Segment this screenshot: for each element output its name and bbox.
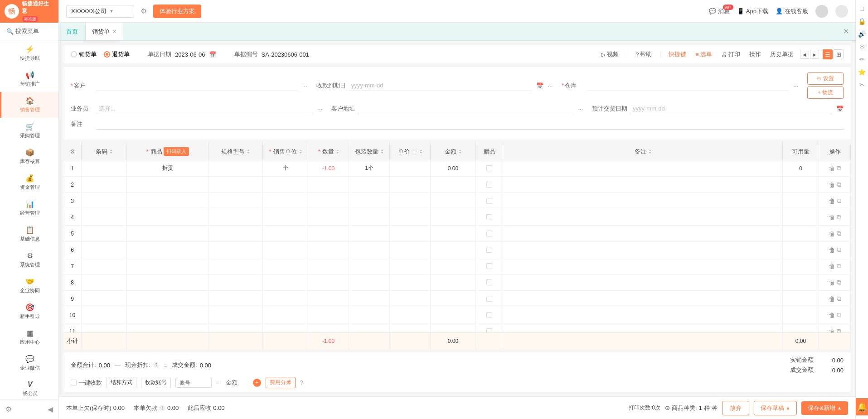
- tab-sales-order[interactable]: 销货单 ✕: [86, 23, 123, 40]
- td-amount[interactable]: [431, 307, 476, 323]
- warehouse-input[interactable]: 建材仓: [587, 80, 789, 91]
- td-remark[interactable]: [503, 258, 783, 274]
- customer-addr-input[interactable]: [358, 103, 573, 114]
- help-btn[interactable]: ? 帮助: [633, 49, 655, 60]
- td-amount[interactable]: [431, 242, 476, 258]
- td-remark[interactable]: [503, 275, 783, 290]
- sidebar-item-quick-nav[interactable]: ⚡ 快捷导航: [0, 40, 58, 66]
- td-price[interactable]: [390, 258, 431, 274]
- print-btn[interactable]: 🖨 打印: [718, 49, 743, 60]
- gift-checkbox[interactable]: [486, 279, 492, 285]
- td-unit[interactable]: [263, 177, 308, 193]
- sidebar-item-finance[interactable]: 💰 资金管理: [0, 169, 58, 195]
- delete-row-btn[interactable]: 🗑: [829, 197, 835, 205]
- overdue-info-icon[interactable]: i: [159, 405, 165, 411]
- td-amount[interactable]: [431, 291, 476, 307]
- sidebar-item-enterprise[interactable]: 🤝 企业协同: [0, 273, 58, 299]
- td-qty[interactable]: [308, 323, 349, 332]
- search-menu-btn[interactable]: 🔍 搜索菜单: [4, 25, 55, 37]
- sidebar-item-wechat[interactable]: 💬 企业微信: [0, 350, 58, 376]
- sidebar-item-sales[interactable]: 🏠 销售管理: [0, 92, 58, 118]
- salesperson-input[interactable]: [96, 103, 313, 114]
- td-remark[interactable]: [503, 160, 783, 176]
- gift-checkbox[interactable]: [486, 214, 492, 220]
- nav-next-btn[interactable]: ▶: [810, 50, 819, 59]
- gift-checkbox[interactable]: [486, 312, 492, 318]
- calc-method-select[interactable]: 结算方式: [107, 377, 136, 388]
- td-unit[interactable]: [263, 307, 308, 323]
- filter-btn[interactable]: ≡ 选单: [693, 49, 715, 60]
- td-qty[interactable]: [308, 242, 349, 258]
- td-amount[interactable]: [431, 258, 476, 274]
- td-spec[interactable]: [209, 307, 263, 323]
- sort-barcode[interactable]: [110, 149, 112, 154]
- tab-home[interactable]: 首页: [59, 23, 86, 40]
- td-remark[interactable]: [503, 209, 783, 225]
- td-gift[interactable]: [476, 307, 503, 323]
- delete-row-btn[interactable]: 🗑: [829, 181, 835, 188]
- td-price[interactable]: [390, 275, 431, 290]
- sidebar-item-marketing[interactable]: 📢 营销推广: [0, 66, 58, 92]
- td-price[interactable]: [390, 193, 431, 209]
- td-barcode[interactable]: [82, 177, 127, 193]
- td-pkgqty[interactable]: 1个: [349, 160, 390, 176]
- customer-dots-btn[interactable]: ···: [302, 82, 307, 89]
- copy-row-btn[interactable]: ⧉: [837, 246, 841, 254]
- td-qty[interactable]: [308, 307, 349, 323]
- tab-bar-close-btn[interactable]: ✕: [837, 27, 855, 36]
- td-spec[interactable]: [209, 226, 263, 241]
- td-amount[interactable]: [431, 226, 476, 241]
- td-gift[interactable]: [476, 209, 503, 225]
- account-select[interactable]: 收款账号: [141, 377, 171, 388]
- copy-row-btn[interactable]: ⧉: [837, 311, 841, 319]
- price-info-icon[interactable]: i: [411, 149, 417, 155]
- td-qty[interactable]: [308, 193, 349, 209]
- td-product[interactable]: [127, 209, 209, 225]
- right-panel-btn-1[interactable]: □: [857, 4, 867, 14]
- nav-prev-btn[interactable]: ◀: [800, 50, 809, 59]
- right-panel-btn-7[interactable]: ✂: [857, 80, 867, 90]
- td-pkgqty[interactable]: [349, 275, 390, 290]
- sidebar-search-area[interactable]: 🔍 搜索菜单: [0, 23, 58, 40]
- sidebar-item-inventory[interactable]: 📦 库存核算: [0, 144, 58, 169]
- history-btn[interactable]: 历史单据: [767, 49, 796, 60]
- td-barcode[interactable]: [82, 291, 127, 307]
- sort-qty[interactable]: [336, 149, 339, 154]
- td-product[interactable]: 拆贡: [127, 160, 209, 176]
- sort-price[interactable]: [420, 149, 422, 154]
- td-product[interactable]: [127, 226, 209, 241]
- right-panel-btn-6[interactable]: ⭐: [857, 67, 867, 77]
- delete-row-btn[interactable]: 🗑: [829, 328, 835, 333]
- video-btn[interactable]: ▷ 视频: [598, 49, 621, 60]
- td-gift[interactable]: [476, 160, 503, 176]
- td-amount[interactable]: [431, 177, 476, 193]
- td-pkgqty[interactable]: [349, 177, 390, 193]
- td-pkgqty[interactable]: [349, 193, 390, 209]
- td-qty[interactable]: [308, 275, 349, 290]
- td-qty[interactable]: [308, 177, 349, 193]
- gift-checkbox[interactable]: [486, 231, 492, 236]
- td-gift[interactable]: [476, 291, 503, 307]
- gift-checkbox[interactable]: [486, 247, 492, 253]
- td-unit[interactable]: [263, 209, 308, 225]
- radio-return-order[interactable]: 退货单: [104, 50, 130, 58]
- account-dots-btn[interactable]: ···: [216, 379, 221, 386]
- company-selector[interactable]: XXXXXX公司 ▼: [66, 5, 134, 18]
- td-amount[interactable]: [431, 209, 476, 225]
- gift-checkbox[interactable]: [486, 198, 492, 204]
- sort-pkgqty[interactable]: [381, 149, 383, 154]
- td-product[interactable]: [127, 275, 209, 290]
- add-payment-btn[interactable]: +: [253, 379, 261, 387]
- td-unit[interactable]: [263, 226, 308, 241]
- copy-row-btn[interactable]: ⧉: [837, 262, 841, 270]
- sidebar-item-purchase[interactable]: 🛒 采购管理: [0, 118, 58, 144]
- td-product[interactable]: [127, 242, 209, 258]
- right-panel-btn-5[interactable]: ✏: [857, 54, 867, 64]
- td-pkgqty[interactable]: [349, 291, 390, 307]
- sidebar-item-operations[interactable]: 📊 经营管理: [0, 195, 58, 221]
- td-qty[interactable]: [308, 291, 349, 307]
- sort-amount[interactable]: [459, 149, 461, 154]
- td-gift[interactable]: [476, 323, 503, 332]
- td-spec[interactable]: [209, 160, 263, 176]
- td-gift[interactable]: [476, 258, 503, 274]
